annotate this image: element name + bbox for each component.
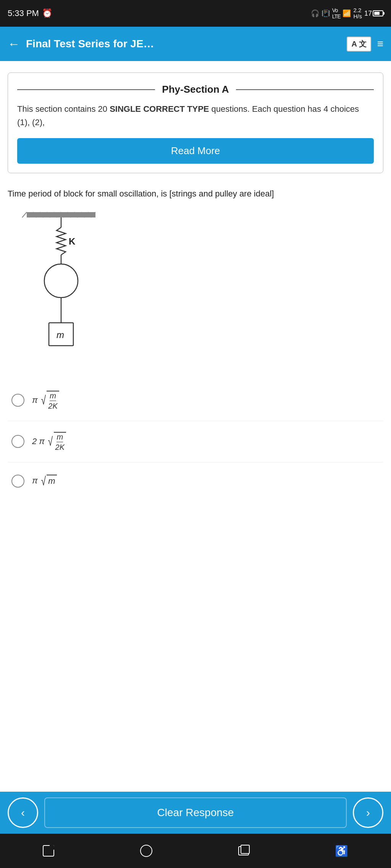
option-label-2: 2π √ m 2K — [32, 432, 66, 451]
accessibility-icon: ♿ — [335, 845, 348, 857]
status-left: 5:33 PM ⏰ — [8, 8, 52, 18]
recent-icon — [238, 846, 249, 855]
section-card: Phy-Section A This section contains 20 S… — [8, 72, 383, 173]
section-description: This section contains 20 SINGLE CORRECT … — [17, 102, 374, 129]
next-button[interactable]: › — [353, 797, 383, 828]
headphone-icon: 🎧 — [311, 9, 319, 18]
nav-bar: ← Final Test Series for JE… A 文 ≡ — [0, 27, 391, 61]
svg-text:m: m — [57, 330, 64, 340]
lang-badge-text: A 文 — [351, 39, 366, 49]
nav-title: Final Test Series for JE… — [26, 38, 341, 50]
language-badge[interactable]: A 文 — [347, 37, 371, 52]
alarm-icon: ⏰ — [42, 8, 52, 18]
read-more-button[interactable]: Read More — [17, 138, 374, 164]
back-button[interactable]: ← — [8, 37, 20, 51]
svg-point-15 — [44, 264, 78, 298]
option-label-1: π √ m 2K — [32, 391, 59, 410]
network-bars-icon: 📶 — [343, 9, 351, 18]
svg-text:K: K — [69, 236, 76, 246]
bottom-nav-bar: ‹ Clear Response › — [0, 792, 391, 834]
option-item-2[interactable]: 2π √ m 2K — [8, 421, 383, 462]
android-accessibility-button[interactable]: ♿ — [335, 845, 348, 857]
option-radio-3[interactable] — [11, 475, 24, 488]
diagram-container: K m — [8, 208, 383, 369]
physics-diagram: K m — [15, 208, 122, 369]
battery-number: 17 — [364, 10, 372, 18]
android-back-button[interactable] — [43, 845, 54, 857]
svg-line-1 — [22, 212, 27, 217]
status-right: 🎧 📳 VoLTE 📶 2.2H/s 17 — [311, 7, 383, 20]
signal-icon: VoLTE — [332, 7, 341, 19]
option-radio-1[interactable] — [11, 394, 24, 407]
home-icon — [140, 845, 152, 857]
battery-icon — [373, 10, 383, 16]
prev-button[interactable]: ‹ — [8, 797, 38, 828]
status-bar: 5:33 PM ⏰ 🎧 📳 VoLTE 📶 2.2H/s 17 — [0, 0, 391, 27]
option-radio-2[interactable] — [11, 435, 24, 448]
android-system-bar: ♿ — [0, 834, 391, 868]
menu-button[interactable]: ≡ — [377, 38, 383, 50]
option-item-3[interactable]: π √ m — [8, 462, 383, 493]
option-label-3: π √ m — [32, 475, 57, 487]
question-text: Time period of block for small oscillati… — [8, 187, 383, 200]
section-title-bar: Phy-Section A — [17, 84, 374, 95]
android-home-button[interactable] — [140, 845, 152, 857]
time-display: 5:33 PM — [8, 8, 39, 18]
clear-response-button[interactable]: Clear Response — [44, 797, 347, 828]
option-item-1[interactable]: π √ m 2K — [8, 380, 383, 421]
main-content: Phy-Section A This section contains 20 S… — [0, 61, 391, 504]
section-title: Phy-Section A — [155, 84, 236, 95]
speed-text: 2.2H/s — [353, 7, 362, 20]
options-list: π √ m 2K 2π — [8, 380, 383, 493]
vibrate-icon: 📳 — [322, 9, 330, 18]
back-icon — [43, 845, 54, 857]
android-recent-button[interactable] — [238, 846, 249, 855]
battery-container: 17 — [364, 10, 383, 18]
